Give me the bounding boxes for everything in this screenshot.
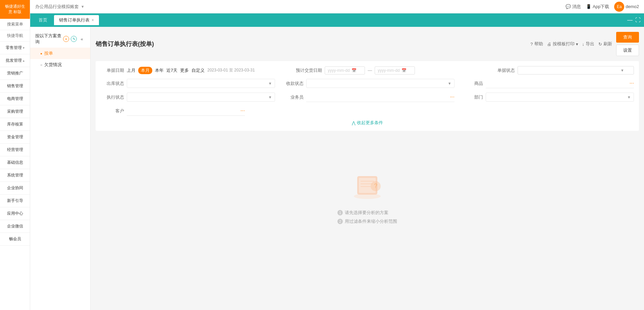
date-range-display: 2023-03-01 至 2023-03-31 — [207, 67, 255, 73]
expected-date-group: 预计交货日期 yyyy-mm-dd 📅 — yyyy-mm-dd 📅 — [296, 66, 486, 74]
tabbar-right: — ⛶ — [627, 17, 641, 23]
sidebar-item-operations[interactable]: 经营管理 — [0, 144, 30, 156]
execution-select[interactable]: ▾ — [127, 93, 275, 102]
sidebar-item-inventory[interactable]: 库存核算 — [0, 118, 30, 131]
salesperson-group: 业务员 ··· — [280, 92, 454, 102]
left-panel-title: 按以下方案查询 — [35, 33, 63, 45]
status-select[interactable]: ▾ — [518, 66, 634, 74]
download-icon: 📱 — [586, 4, 591, 9]
logo-text: 畅捷通好生意 标版 — [3, 4, 26, 14]
tip-num-1: 1 — [337, 210, 343, 215]
date-filter-group: 单据日期 上月 本月 本年 近7天 更多 自定义 2023-03-01 至 20… — [101, 67, 291, 74]
date-tab-custom[interactable]: 自定义 — [192, 67, 205, 73]
collapse-label: 收起更多条件 — [357, 120, 383, 126]
outbound-select[interactable]: ▾ — [127, 79, 275, 88]
username: demo2 — [626, 4, 639, 9]
sidebar-item-app-center[interactable]: 应用中心 — [0, 207, 30, 220]
expected-date-start[interactable]: yyyy-mm-dd 📅 — [325, 66, 365, 74]
filter-section: 单据日期 上月 本月 本年 近7天 更多 自定义 2023-03-01 至 20… — [96, 61, 639, 131]
tab-sales-order-exec[interactable]: 销售订单执行表 × — [54, 15, 99, 25]
app-dropdown-icon[interactable]: ▾ — [82, 4, 84, 9]
date-tab-more[interactable]: 更多 — [180, 67, 189, 73]
scheme-item-by-order[interactable]: ● 按单 — [30, 48, 90, 59]
topbar-right: 💬 消息 📱 App下载 Ea demo2 — [566, 2, 639, 12]
print-btn[interactable]: 🖨 按模板打印 ▾ — [547, 41, 578, 47]
sidebar-item-wholesale[interactable]: 批发管理▴ — [0, 54, 30, 67]
date-placeholder-end: yyyy-mm-dd — [378, 68, 399, 73]
date-tab-7days[interactable]: 近7天 — [166, 67, 177, 73]
filter-row-4: 客户 ··· — [101, 106, 634, 116]
sidebar-item-finance[interactable]: 资金管理 — [0, 131, 30, 144]
sidebar-item-marketing[interactable]: 营销推广 — [0, 67, 30, 80]
dots-icon3[interactable]: ··· — [240, 108, 245, 114]
date-tabs: 上月 本月 本年 近7天 更多 自定义 — [127, 67, 205, 74]
calendar-icon-end: 📅 — [401, 68, 407, 73]
sidebar-item-base-info[interactable]: 基础信息 — [0, 156, 30, 169]
tab-label: 销售订单执行表 — [59, 17, 90, 23]
svg-text:?: ? — [374, 183, 377, 189]
date-tab-this-year[interactable]: 本年 — [155, 67, 164, 73]
collapse-filter-btn[interactable]: ⋀ 收起更多条件 — [101, 120, 634, 126]
app-download-label: App下载 — [593, 4, 609, 10]
message-btn[interactable]: 💬 消息 — [566, 4, 581, 10]
sidebar-item-purchase[interactable]: 采购管理 — [0, 105, 30, 118]
search-menu-btn[interactable]: 搜索菜单 — [0, 19, 30, 30]
refresh-btn[interactable]: ↻ 刷新 — [598, 41, 612, 47]
chevron-up-icon: ▴ — [23, 59, 24, 62]
salesperson-select[interactable]: ··· — [306, 92, 454, 102]
chevron-down-icon: ▾ — [23, 46, 24, 50]
filter-row-2: 出库状态 ▾ 收款状态 ▾ 商品 — [101, 79, 634, 88]
goods-label: 商品 — [460, 81, 483, 87]
help-btn[interactable]: ? 帮助 — [530, 41, 543, 47]
collapse-left-btn[interactable]: « — [78, 36, 85, 42]
empty-illustration: ? — [347, 163, 387, 203]
chevron-down-icon: ▾ — [621, 68, 624, 73]
department-label: 部门 — [460, 94, 483, 100]
execution-group: 执行状态 ▾ — [101, 93, 275, 102]
department-group: 部门 ▾ — [460, 93, 634, 102]
avatar: Ea — [614, 2, 624, 12]
sidebar-item-system[interactable]: 系统管理 — [0, 169, 30, 182]
sidebar-item-ecommerce[interactable]: 电商管理 — [0, 93, 30, 105]
app-download-btn[interactable]: 📱 App下载 — [586, 4, 609, 10]
tab-home[interactable]: 首页 — [34, 15, 52, 25]
customer-label: 客户 — [101, 108, 124, 114]
sidebar: 畅捷通好生意 标版 搜索菜单 快捷导航 零售管理▾ 批发管理▴ 营销推广 销售管… — [0, 0, 30, 310]
scheme-label: 欠货情况 — [44, 62, 62, 68]
topbar-left: 办公用品行业模拟账套 ▾ — [35, 4, 84, 10]
page-header: 销售订单执行表(按单) ? 帮助 🖨 按模板打印 ▾ ↓ 导出 — [96, 32, 639, 56]
maximize-btn[interactable]: ⛶ — [635, 17, 641, 23]
user-info[interactable]: Ea demo2 — [614, 2, 639, 12]
help-label: 帮助 — [534, 41, 543, 47]
sidebar-item-retail[interactable]: 零售管理▾ — [0, 42, 30, 54]
export-btn[interactable]: ↓ 导出 — [582, 41, 595, 47]
calendar-icon: 📅 — [352, 68, 357, 73]
expected-date-end[interactable]: yyyy-mm-dd 📅 — [375, 66, 415, 74]
search-button[interactable]: 查询 — [616, 32, 639, 43]
page-actions: ? 帮助 🖨 按模板打印 ▾ ↓ 导出 ↻ 刷新 — [530, 32, 639, 56]
customer-select[interactable]: ··· — [127, 106, 245, 116]
quick-nav-btn[interactable]: 快捷导航 — [0, 30, 30, 42]
sidebar-item-member[interactable]: 畅会员 — [0, 233, 30, 246]
edit-scheme-btn[interactable]: ✎ — [71, 36, 77, 42]
department-select[interactable]: ▾ — [486, 93, 634, 102]
dots-icon2[interactable]: ··· — [450, 94, 454, 100]
payment-select[interactable]: ▾ — [306, 79, 454, 88]
sidebar-item-guide[interactable]: 新手引导 — [0, 195, 30, 207]
add-scheme-btn[interactable]: + — [63, 36, 69, 42]
goods-select[interactable]: ··· — [486, 79, 634, 88]
scheme-item-backorder[interactable]: ○ 欠货情况 — [30, 59, 90, 70]
date-tab-last-month[interactable]: 上月 — [127, 67, 136, 73]
outbound-group: 出库状态 ▾ — [101, 79, 275, 88]
sidebar-item-sales[interactable]: 销售管理 — [0, 80, 30, 93]
page-title: 销售订单执行表(按单) — [96, 40, 154, 48]
tip-text-2: 用过滤条件来缩小分析范围 — [345, 218, 397, 224]
settings-button[interactable]: 设置 — [616, 45, 639, 56]
tip-text-1: 请先选择要分析的方案 — [345, 210, 388, 216]
sidebar-item-wechat[interactable]: 企业微信 — [0, 220, 30, 233]
date-tab-this-month[interactable]: 本月 — [138, 67, 152, 74]
sidebar-item-enterprise[interactable]: 企业协同 — [0, 182, 30, 195]
dots-icon[interactable]: ··· — [630, 80, 634, 86]
tab-close-icon[interactable]: × — [92, 18, 94, 22]
minimize-btn[interactable]: — — [627, 17, 633, 23]
